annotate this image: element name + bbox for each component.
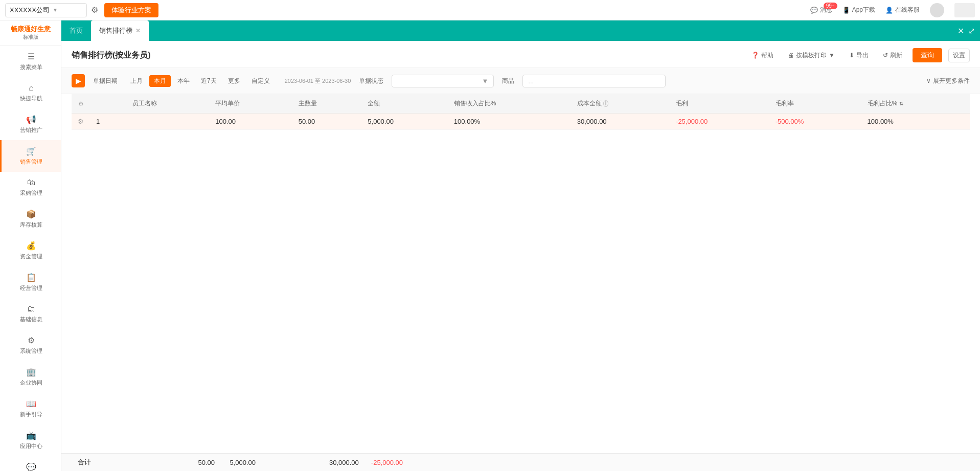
goods-label: 商品 [502,77,514,85]
period-more[interactable]: 更多 [223,75,245,87]
tab-bar: 首页 销售排行榜 ✕ ✕ ⤢ [61,20,980,41]
row-settings[interactable]: ⚙ [72,114,90,130]
sidebar-item-marketing[interactable]: 📢 营销推广 [0,108,61,140]
print-chevron-icon: ▼ [829,52,835,59]
sidebar-item-label: 基础信息 [20,316,42,323]
sidebar-item-label: 库存核算 [20,221,42,229]
table-header-row: ⚙ 员工名称 平均单价 主数量 全额 销售收入占比% 成本全额 i 毛利 毛利率… [72,94,970,114]
footer-cost: 30,000.00 [323,459,365,466]
company-selector[interactable]: XXXXXX公司 ▼ [5,3,87,17]
status-label: 单据状态 [359,77,383,85]
goods-input[interactable]: ... [522,75,666,87]
sidebar-item-apps[interactable]: 📺 应用中心 [0,424,61,456]
col-settings[interactable]: ⚙ [72,94,90,114]
period-custom[interactable]: 自定义 [247,75,275,87]
sidebar-item-quick-nav[interactable]: ⌂ 快捷导航 [0,77,61,108]
page-title: 销售排行榜(按业务员) [72,50,151,61]
footer-amount: 5,000.00 [221,459,262,466]
sidebar-logo: 畅康通好生意 标准版 [0,20,61,46]
page-actions: ❓ 帮助 🖨 按模板打印 ▼ ⬇ 导出 ↺ 刷新 [747,48,970,62]
sidebar-item-search-order[interactable]: ☰ 搜索菜单 [0,46,61,77]
goods-placeholder: ... [528,77,660,85]
sidebar-item-purchase[interactable]: 🛍 采购管理 [0,172,61,203]
apps-icon: 📺 [26,431,36,440]
tab-close-window-icon[interactable]: ✕ [958,26,964,36]
col-gross-rate: 毛利率 [769,94,861,114]
help-icon: ❓ [751,52,759,59]
sidebar-item-enterprise[interactable]: 🏢 企业协同 [0,361,61,393]
settings-icon[interactable]: ⚙ [91,5,98,15]
period-last-month[interactable]: 上月 [126,75,147,87]
header-right: 💬 消息 99+ 📱 App下载 👤 在线客服 [810,3,975,17]
top-header: XXXXXX公司 ▼ ⚙ 体验行业方案 💬 消息 99+ 📱 App下载 👤 在… [0,0,980,20]
tab-sales-rank[interactable]: 销售排行榜 ✕ [91,20,149,41]
status-chevron-icon: ▼ [482,77,488,85]
message-badge: 99+ [824,3,837,9]
sidebar-item-operations[interactable]: 📋 经营管理 [0,266,61,298]
period-7days[interactable]: 近7天 [196,75,221,87]
sidebar-item-inventory[interactable]: 📦 库存核算 [0,203,61,235]
sidebar-item-finance[interactable]: 💰 资金管理 [0,235,61,266]
help-button[interactable]: ❓ 帮助 [747,49,778,62]
online-service-button[interactable]: 👤 在线客服 [885,6,920,14]
sidebar-item-label: 经营管理 [20,284,42,292]
chevron-down-icon: ∨ [926,77,931,84]
status-select[interactable]: ▼ [392,75,494,87]
col-gross-pct: 毛利占比% ⇅ [861,94,970,114]
refresh-button[interactable]: ↺ 刷新 [879,49,906,62]
col-sales-pct: 销售收入占比% [448,94,571,114]
trial-button[interactable]: 体验行业方案 [104,3,158,17]
enterprise-icon: 🏢 [26,367,36,377]
sidebar-item-sales[interactable]: 🛒 销售管理 [0,140,61,172]
print-button[interactable]: 🖨 按模板打印 ▼ [784,49,839,62]
expand-more-button[interactable]: ∨ 展开更多条件 [926,77,970,85]
sidebar-item-label: 资金管理 [20,253,42,260]
sidebar-item-label: 应用中心 [20,442,42,450]
chevron-down-icon: ▼ [53,7,58,13]
tab-home[interactable]: 首页 [61,20,91,41]
sidebar-item-wechat[interactable]: 💬 企业微信 [0,456,61,471]
sidebar-item-basic[interactable]: 🗂 基础信息 [0,298,61,329]
sidebar-item-system[interactable]: ⚙ 系统管理 [0,329,61,361]
sidebar-item-label: 营销推广 [20,126,42,134]
period-this-month[interactable]: 本月 [149,75,171,87]
filter-row: ▶ 单据日期 上月 本月 本年 近7天 更多 自定义 2023-06-01 至 … [72,74,970,87]
main-layout: 畅康通好生意 标准版 ☰ 搜索菜单 ⌂ 快捷导航 📢 营销推广 🛒 销售管理 🛍… [0,20,980,471]
table-footer: 合计 50.00 5,000.00 30,000.00 -25,000.00 [61,453,980,471]
filter-expand-icon[interactable]: ▶ [72,74,85,87]
messages-button[interactable]: 💬 消息 99+ [810,6,832,14]
home-icon: ⌂ [29,83,34,93]
footer-label: 合计 [78,458,119,467]
col-name: 员工名称 [126,94,210,114]
app-icon: 📱 [842,7,850,14]
marketing-icon: 📢 [26,115,36,124]
service-icon: 👤 [885,7,893,14]
filter-area: ▶ 单据日期 上月 本月 本年 近7天 更多 自定义 2023-06-01 至 … [61,68,980,94]
system-icon: ⚙ [28,335,35,345]
tab-maximize-icon[interactable]: ⤢ [968,26,975,36]
date-period-buttons: 上月 本月 本年 近7天 更多 自定义 [126,75,275,87]
tab-home-label: 首页 [70,26,83,35]
finance-icon: 💰 [26,241,36,251]
export-button[interactable]: ⬇ 导出 [845,49,873,62]
tab-sales-rank-label: 销售排行榜 [99,26,132,35]
company-name: XXXXXX公司 [10,6,50,15]
sidebar-item-label: 采购管理 [20,189,42,197]
query-button[interactable]: 查询 [913,48,942,62]
tab-close-icon[interactable]: ✕ [135,27,141,34]
settings-button[interactable]: 设置 [948,49,970,62]
row-rank: 1 [90,114,126,130]
row-avg-price: 100.00 [209,114,292,130]
row-amount: 5,000.00 [361,114,448,130]
export-icon: ⬇ [849,52,854,59]
avatar[interactable] [930,3,944,17]
sidebar-item-label: 系统管理 [20,347,42,355]
period-this-year[interactable]: 本年 [173,75,194,87]
row-gross-rate: -500.00% [769,114,861,130]
sidebar-item-label: 销售管理 [20,158,42,166]
app-download-button[interactable]: 📱 App下载 [842,6,875,14]
col-gross: 毛利 [670,94,769,114]
date-label: 单据日期 [93,77,118,85]
row-gross: -25,000.00 [670,114,769,130]
sidebar-item-guide[interactable]: 📖 新手引导 [0,393,61,424]
